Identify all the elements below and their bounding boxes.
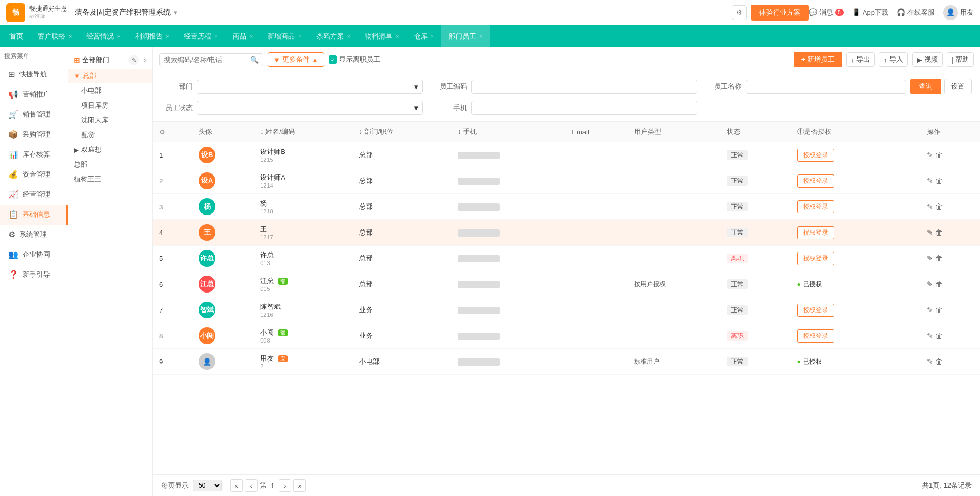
next-page-button[interactable]: › — [279, 479, 291, 492]
filter-empcode-input[interactable] — [471, 80, 697, 94]
edit-button[interactable]: ✎ — [927, 280, 933, 288]
delete-button[interactable]: 🗑 — [935, 228, 943, 237]
sidebar-item-collab[interactable]: 👥 企业协同 — [0, 245, 68, 265]
settings-button[interactable]: ⚙ — [732, 5, 747, 20]
sidebar-item-inventory[interactable]: 📊 库存核算 — [0, 144, 68, 164]
trial-button[interactable]: 体验行业方案 — [751, 5, 809, 21]
reset-button[interactable]: 设置 — [944, 79, 972, 94]
delete-button[interactable]: 🗑 — [935, 202, 943, 211]
filter-dept-select[interactable]: ▾ — [197, 80, 423, 94]
delete-button[interactable]: 🗑 — [935, 306, 943, 314]
tab-customer[interactable]: 客户联络 × — [31, 25, 79, 47]
edit-button[interactable]: ✎ — [927, 202, 933, 211]
tab-close-icon[interactable]: × — [117, 33, 120, 40]
search-input[interactable] — [164, 56, 248, 64]
tab-bom[interactable]: 物料清单 × — [358, 25, 406, 47]
delete-button[interactable]: 🗑 — [935, 357, 943, 366]
title-dropdown-icon[interactable]: ▾ — [174, 8, 177, 16]
tree-node-xiaodian[interactable]: 小电部 — [68, 83, 152, 98]
auth-button[interactable]: 授权登录 — [797, 329, 834, 343]
tab-close-icon[interactable]: × — [68, 33, 72, 40]
tab-employees[interactable]: 部门员工 × — [441, 25, 490, 47]
edit-button[interactable]: ✎ — [927, 332, 933, 340]
col-phone[interactable]: ↕ 手机 — [451, 122, 566, 142]
sidebar-item-sales[interactable]: 🛒 销售管理 — [0, 104, 68, 124]
delete-button[interactable]: 🗑 — [935, 280, 943, 288]
tree-node-peihuo[interactable]: 配货 — [68, 128, 152, 142]
last-page-button[interactable]: » — [293, 479, 306, 492]
tab-barcode[interactable]: 条码方案 × — [309, 25, 358, 47]
auth-button[interactable]: 授权登录 — [797, 149, 834, 162]
filter-empname-input[interactable] — [746, 80, 906, 94]
tree-node-shuangmiao[interactable]: ▶ 双庙想 — [68, 142, 152, 157]
tab-close-icon[interactable]: × — [166, 33, 169, 40]
sidebar-item-finance[interactable]: 💰 资金管理 — [0, 164, 68, 184]
sidebar-item-quick-nav[interactable]: ⊞ 快捷导航 — [0, 64, 68, 84]
tab-operation-history[interactable]: 经营历程 × — [176, 25, 225, 47]
page-size-select[interactable]: 50 20 100 — [193, 480, 222, 491]
delete-button[interactable]: 🗑 — [935, 151, 943, 159]
tree-collapse-button[interactable]: « — [143, 56, 147, 64]
sidebar-item-basic[interactable]: 📋 基础信息 — [0, 205, 68, 225]
tree-node-shenyang[interactable]: 沈阳大库 — [68, 113, 152, 128]
app-download-button[interactable]: 📱 App下载 — [852, 8, 888, 17]
tab-home[interactable]: 首页 — [2, 25, 31, 47]
sidebar-item-operation[interactable]: 📈 经营管理 — [0, 184, 68, 205]
col-dept[interactable]: ↕ 部门/职位 — [353, 122, 451, 142]
column-settings-icon[interactable]: ⚙ — [159, 128, 165, 136]
delete-button[interactable]: 🗑 — [935, 177, 943, 185]
export-button[interactable]: ↓ 导出 — [846, 52, 875, 67]
tab-add-goods[interactable]: 新增商品 × — [260, 25, 309, 47]
tab-goods[interactable]: 商品 × — [225, 25, 260, 47]
tree-node-zongbu-parent[interactable]: ▼ 总部 — [68, 69, 152, 83]
search-submit-icon[interactable]: 🔍 — [250, 56, 259, 64]
sidebar-item-guide[interactable]: ❓ 新手引导 — [0, 265, 68, 285]
tab-close-icon[interactable]: × — [298, 33, 301, 40]
auth-button[interactable]: 授权登录 — [797, 226, 834, 239]
edit-button[interactable]: ✎ — [927, 151, 933, 159]
auth-button[interactable]: 授权登录 — [797, 174, 834, 188]
import-button[interactable]: ↑ 导入 — [879, 52, 908, 67]
auth-button[interactable]: 授权登录 — [797, 304, 834, 317]
show-resigned-checkbox[interactable]: ✓ — [329, 55, 337, 64]
tree-edit-button[interactable]: ✎ — [128, 55, 139, 65]
delete-button[interactable]: 🗑 — [935, 254, 943, 262]
tab-close-icon[interactable]: × — [347, 33, 350, 40]
auth-button[interactable]: 授权登录 — [797, 200, 834, 213]
edit-button[interactable]: ✎ — [927, 357, 933, 366]
sidebar-item-purchase[interactable]: 📦 采购管理 — [0, 124, 68, 144]
tab-profit-report[interactable]: 利润报告 × — [128, 25, 176, 47]
tree-node-zongbu2[interactable]: 总部 — [68, 157, 152, 172]
view-button[interactable]: ▶ 视频 — [912, 52, 943, 67]
prev-page-button[interactable]: ‹ — [245, 479, 258, 492]
tab-warehouse[interactable]: 仓库 × — [407, 25, 441, 47]
online-service-button[interactable]: 🎧 在线客服 — [897, 8, 935, 17]
help-button[interactable]: | 帮助 — [947, 52, 974, 67]
user-menu[interactable]: 👤 用友 — [943, 5, 974, 20]
edit-button[interactable]: ✎ — [927, 306, 933, 314]
tab-close-icon[interactable]: × — [250, 33, 253, 40]
edit-button[interactable]: ✎ — [927, 177, 933, 185]
tab-close-active-icon[interactable]: × — [479, 33, 482, 40]
more-filter-button[interactable]: ▼ 更多条件 ▲ — [268, 52, 324, 67]
auth-button[interactable]: 授权登录 — [797, 252, 834, 265]
query-button[interactable]: 查询 — [910, 79, 941, 94]
sidebar-item-system[interactable]: ⚙ 系统管理 — [0, 225, 68, 245]
first-page-button[interactable]: « — [230, 479, 243, 492]
filter-phone-input[interactable] — [471, 101, 697, 115]
tab-operation-status[interactable]: 经营情况 × — [79, 25, 127, 47]
edit-button[interactable]: ✎ — [927, 228, 933, 237]
show-resigned-toggle[interactable]: ✓ 显示离职员工 — [329, 55, 380, 64]
messages-button[interactable]: 💬 消息 5 — [809, 8, 844, 17]
tab-close-icon[interactable]: × — [395, 33, 399, 40]
edit-button[interactable]: ✎ — [927, 254, 933, 262]
tab-close-icon[interactable]: × — [431, 33, 434, 40]
filter-status-select[interactable]: ▾ — [197, 101, 423, 115]
add-employee-button[interactable]: + 新增员工 — [794, 52, 842, 67]
tree-node-xiangmu[interactable]: 项目库房 — [68, 98, 152, 113]
tree-node-zhishu[interactable]: 植树王三 — [68, 172, 152, 187]
sidebar-item-marketing[interactable]: 📢 营销推广 — [0, 84, 68, 104]
col-name[interactable]: ↕ 姓名/编码 — [254, 122, 352, 142]
tab-close-icon[interactable]: × — [214, 33, 217, 40]
delete-button[interactable]: 🗑 — [935, 332, 943, 340]
